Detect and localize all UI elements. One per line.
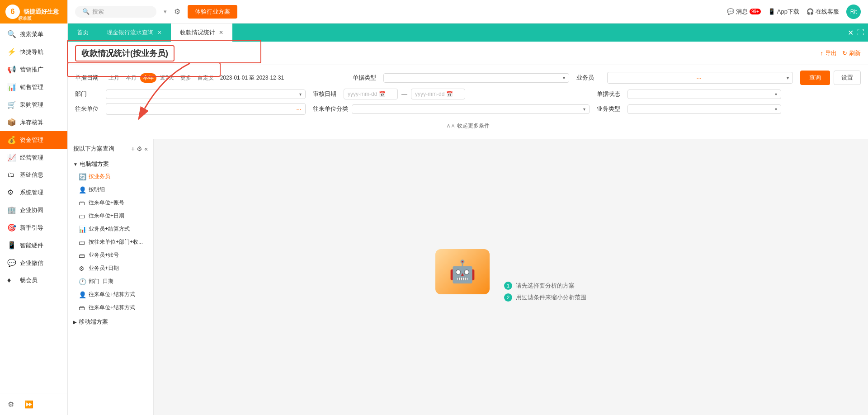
sidebar-item-sales[interactable]: 📊 销售管理 [0, 78, 67, 96]
review-date-label: 审核日期 [313, 90, 340, 98]
action-btns: 查询 设置 [800, 71, 861, 85]
page-title: 收款情况统计(按业务员) [75, 45, 175, 61]
basic-info-icon: 🗂 [7, 171, 16, 179]
tab-bank-flow[interactable]: 现金银行流水查询 ✕ [98, 24, 171, 42]
scheme-item-10[interactable]: 🗃 往来单位+结算方式 [68, 301, 153, 314]
query-btn[interactable]: 查询 [800, 71, 830, 85]
scheme-item-5[interactable]: 🗃 按往来单位+部门+收... [68, 236, 153, 249]
add-scheme-btn[interactable]: + [131, 145, 135, 152]
scheme-item-8[interactable]: 🕐 部门+日期 [68, 275, 153, 288]
search-placeholder: 搜索 [92, 8, 104, 16]
sidebar-item-hardware[interactable]: 📱 智能硬件 [0, 236, 67, 254]
settings-btn[interactable]: 设置 [834, 71, 861, 85]
bank-flow-tab-label: 现金银行流水查询 [107, 28, 154, 37]
collapse-sidebar-btn[interactable]: ⏩ [22, 397, 36, 411]
date-btn-last-month[interactable]: 上月 [106, 73, 122, 83]
sidebar-item-basic-info[interactable]: 🗂 基础信息 [0, 166, 67, 184]
scheme-item-9[interactable]: 👤 往来单位+结算方式 [68, 288, 153, 301]
scheme-collapse-btn[interactable]: « [144, 145, 148, 152]
scheme-item-1[interactable]: 👤 按明细 [68, 183, 153, 196]
filter-area: 单据日期 上月 本月 本年 近7天 更多 自定义 2023-01-01 至 20… [68, 65, 868, 139]
tip-num-1: 1 [504, 282, 512, 290]
sidebar-item-finance[interactable]: 💰 资金管理 [0, 131, 67, 149]
scheme-group-mobile-header[interactable]: ▶ 移动端方案 [68, 316, 153, 328]
sidebar-item-operations[interactable]: 📈 经营管理 [0, 149, 67, 166]
sidebar-item-quick-nav[interactable]: ⚡ 快捷导航 [0, 43, 67, 61]
main-content: 🤖 1 请先选择要分析的方案 2 用过滤条件来缩小分析范围 [154, 139, 868, 415]
sidebar-item-inventory[interactable]: 📦 库存核算 [0, 113, 67, 131]
workspace-dropdown[interactable]: ▾ [164, 8, 167, 15]
scheme-item-0[interactable]: 🔄 按业务员 [68, 170, 153, 183]
tab-collection-stat[interactable]: 收款情况统计 ✕ [171, 24, 232, 42]
search-box[interactable]: 🔍 搜索 [75, 6, 156, 18]
collection-stat-close-btn[interactable]: ✕ [219, 29, 223, 36]
voucher-status-label: 单据状态 [597, 90, 624, 98]
sidebar-item-enterprise[interactable]: 🏢 企业协同 [0, 201, 67, 219]
sidebar-item-member[interactable]: ♦ 畅会员 [0, 272, 67, 289]
tabbar-actions: ✕ ⛶ [848, 28, 868, 37]
date-btn-this-year[interactable]: 本年 [140, 73, 156, 83]
collapse-more-btn[interactable]: ∧∧ 收起更多条件 [75, 118, 861, 133]
date-quick-btns: 上月 本月 本年 近7天 更多 自定义 [106, 73, 217, 83]
biz-type-select[interactable]: ▾ [627, 104, 781, 114]
settings-gear-btn[interactable]: ⚙ [174, 7, 180, 16]
export-btn[interactable]: ↑ 导出 [821, 49, 837, 57]
scheme-item-4[interactable]: 📊 业务员+结算方式 [68, 222, 153, 236]
salesperson-more-btn[interactable]: ··· [696, 74, 702, 81]
scheme-item-2[interactable]: 🗃 往来单位+账号 [68, 196, 153, 209]
close-all-tabs-btn[interactable]: ✕ [848, 28, 854, 37]
counterparty-select[interactable]: ··· [106, 103, 306, 115]
date-btn-this-month[interactable]: 本月 [123, 73, 139, 83]
sidebar-item-wechat[interactable]: 💬 企业微信 [0, 254, 67, 272]
review-date-group: 审核日期 yyyy-mm-dd 📅 — yyyy-mm-dd 📅 [313, 89, 590, 99]
user-avatar[interactable]: Rit [846, 5, 861, 19]
tabbar: 首页 现金银行流水查询 ✕ 收款情况统计 ✕ ✕ ⛶ [68, 24, 868, 42]
scheme-group-desktop-header[interactable]: ▼ 电脑端方案 [68, 158, 153, 170]
refresh-btn[interactable]: ↻ 刷新 [842, 49, 861, 57]
salesperson-select[interactable]: ··· ▾ [607, 72, 793, 84]
scheme-settings-btn[interactable]: ⚙ [137, 145, 142, 152]
counterparty-type-select[interactable]: ▾ [352, 104, 590, 114]
page-wrapper: 收款情况统计(按业务员) ↑ 导出 ↻ 刷新 单据日期 上月 本月 [68, 42, 868, 415]
dept-chevron: ▾ [299, 92, 302, 97]
counterparty-more-btn[interactable]: ··· [296, 105, 302, 113]
dept-select[interactable]: ▾ [106, 90, 306, 99]
edition-badge: 标准版 [18, 15, 32, 22]
finance-icon: 💰 [7, 136, 16, 144]
sidebar-item-marketing[interactable]: 📢 营销推广 [0, 61, 67, 78]
date-btn-custom[interactable]: 自定义 [195, 73, 217, 83]
salesperson-chevron: ▾ [787, 75, 789, 80]
voucher-status-select[interactable]: ▾ [627, 90, 781, 99]
filter-row-3: 往来单位 ··· 往来单位分类 ▾ 业务类型 [75, 103, 861, 115]
voucher-type-select[interactable]: ▾ [383, 73, 569, 83]
counterparty-group: 往来单位 ··· [75, 103, 306, 115]
sidebar-item-system[interactable]: ⚙ 系统管理 [0, 184, 67, 201]
quick-nav-icon: ⚡ [7, 47, 16, 56]
sidebar-item-guide[interactable]: 🎯 新手引导 [0, 219, 67, 236]
scheme-item-icon-7: ⚙ [79, 265, 86, 272]
biz-type-chevron: ▾ [775, 107, 777, 112]
sidebar-item-purchase[interactable]: 🛒 采购管理 [0, 96, 67, 113]
scheme-item-6[interactable]: 🗃 业务员+账号 [68, 249, 153, 262]
scheme-item-icon-6: 🗃 [79, 252, 86, 259]
sidebar-item-search-menu[interactable]: 🔍 搜索菜单 [0, 25, 67, 43]
tab-home[interactable]: 首页 [68, 24, 98, 42]
review-date-from-input[interactable]: yyyy-mm-dd 📅 [344, 89, 398, 99]
sidebar-item-label: 搜索菜单 [20, 30, 43, 38]
online-service-btn[interactable]: 🎧 在线客服 [807, 8, 839, 16]
settings-bottom-btn[interactable]: ⚙ [4, 397, 18, 411]
maximize-btn[interactable]: ⛶ [857, 28, 864, 37]
group-arrow-icon: ▼ [73, 162, 78, 167]
date-range-display: 2023-01-01 至 2023-12-31 [220, 74, 284, 82]
industry-btn[interactable]: 体验行业方案 [188, 5, 237, 19]
bank-flow-close-btn[interactable]: ✕ [157, 29, 162, 36]
date-btn-7days[interactable]: 近7天 [157, 73, 177, 83]
guide-icon: 🎯 [7, 223, 16, 232]
scheme-item-3[interactable]: 🗃 往来单位+日期 [68, 209, 153, 222]
date-btn-more[interactable]: 更多 [178, 73, 194, 83]
main-area: 🔍 搜索 ▾ ⚙ 体验行业方案 💬 消息 99+ 📱 App下载 🎧 在线客服 [68, 0, 868, 415]
review-date-to-input[interactable]: yyyy-mm-dd 📅 [411, 89, 465, 99]
messages-btn[interactable]: 💬 消息 99+ [727, 8, 761, 16]
scheme-item-7[interactable]: ⚙ 业务员+日期 [68, 262, 153, 275]
app-download-btn[interactable]: 📱 App下载 [768, 8, 799, 16]
